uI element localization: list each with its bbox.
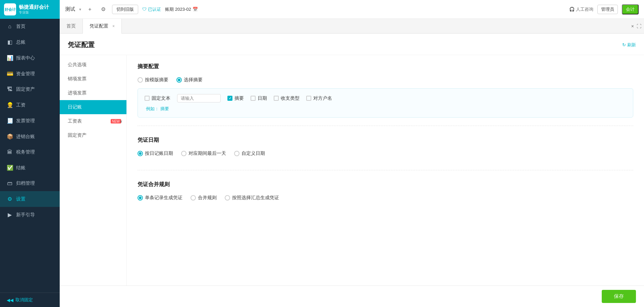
fixed-text-label: 固定文本 bbox=[152, 95, 170, 101]
checkbox-counterparty[interactable]: 对方户名 bbox=[306, 95, 332, 101]
date-checkbox bbox=[251, 96, 256, 101]
merge-radio-group: 单条记录生成凭证 合并规则 按照选择汇总生成凭证 bbox=[138, 195, 633, 201]
radio-merge-label: 合并规则 bbox=[198, 195, 217, 201]
sidebar-item-salary[interactable]: 👷 工资 bbox=[0, 97, 60, 113]
sidebar-item-ledger[interactable]: ◧ 总账 bbox=[0, 34, 60, 50]
radio-diary-date[interactable]: 按日记账日期 bbox=[138, 150, 173, 157]
radio-select-summary[interactable]: 选择摘要 bbox=[176, 77, 203, 83]
save-button[interactable]: 保存 bbox=[602, 290, 636, 303]
left-nav-payroll[interactable]: 工资表 NEW ∨ bbox=[60, 114, 126, 128]
dropdown-arrow-icon[interactable]: ▾ bbox=[79, 7, 81, 12]
left-nav-sales-invoice[interactable]: 销项发票 bbox=[60, 72, 126, 86]
checkbox-payment-type[interactable]: 收支类型 bbox=[274, 95, 300, 101]
page-title: 凭证配置 bbox=[68, 40, 95, 49]
summary-title: 摘要配置 bbox=[138, 63, 633, 70]
closing-icon: ✅ bbox=[7, 165, 13, 171]
checkbox-summary[interactable]: 摘要 bbox=[227, 95, 244, 101]
sidebar-nav: ⌂ 首页 ◧ 总账 📊 报表中心 💳 资金管理 🏗 固定资产 👷 工资 🧾 发票… bbox=[0, 19, 60, 293]
radio-aggregate[interactable]: 按照选择汇总生成凭证 bbox=[225, 195, 279, 201]
sidebar-item-guide[interactable]: ▶ 新手引导 bbox=[0, 207, 60, 223]
calendar-icon[interactable]: 📅 bbox=[193, 7, 198, 12]
sidebar-item-tax[interactable]: 🏛 税务管理 bbox=[0, 144, 60, 160]
consult-button[interactable]: 🎧 人工咨询 bbox=[569, 6, 593, 12]
radio-period-last-day[interactable]: 对应期间最后一天 bbox=[181, 150, 226, 157]
merge-section: 凭证合并规则 单条记录生成凭证 合并规则 按照选择汇总生成凭证 bbox=[138, 181, 633, 214]
reports-icon: 📊 bbox=[7, 55, 13, 61]
sidebar: 好会计 畅捷通好会计 专业版 ⌂ 首页 ◧ 总账 📊 报表中心 💳 资金管理 🏗… bbox=[0, 0, 60, 307]
radio-aggregate-label: 按照选择汇总生成凭证 bbox=[232, 195, 279, 201]
checkbox-fixed-text[interactable]: 固定文本 bbox=[145, 95, 170, 101]
radio-template-summary[interactable]: 按模版摘要 bbox=[138, 77, 168, 83]
sidebar-label-fund: 资金管理 bbox=[16, 71, 35, 77]
manager-button[interactable]: 管理员 bbox=[597, 5, 618, 14]
purchase-icon: 📦 bbox=[7, 133, 13, 140]
summary-config-box: 固定文本 摘要 日期 bbox=[138, 88, 633, 118]
maximize-button[interactable]: ⛶ bbox=[637, 24, 641, 29]
checkbox-date[interactable]: 日期 bbox=[251, 95, 267, 101]
sidebar-item-closing[interactable]: ✅ 结账 bbox=[0, 160, 60, 176]
radio-merge-rule[interactable]: 合并规则 bbox=[191, 195, 217, 201]
radio-template-circle bbox=[138, 77, 143, 83]
archive-icon: 🗃 bbox=[7, 180, 13, 186]
left-nav-sales-label: 销项发票 bbox=[68, 76, 87, 81]
sidebar-label-tax: 税务管理 bbox=[16, 149, 35, 155]
content-wrapper: 凭证配置 ↻ 刷新 公共选项 销项发票 进项发票 日记账 bbox=[60, 34, 644, 307]
left-nav-public-label: 公共选项 bbox=[68, 62, 87, 67]
sidebar-item-invoice[interactable]: 🧾 发票管理 bbox=[0, 113, 60, 129]
role-button[interactable]: 会计 bbox=[622, 4, 639, 14]
tax-icon: 🏛 bbox=[7, 149, 13, 155]
radio-custom-date-label: 自定义日期 bbox=[241, 150, 265, 157]
sidebar-item-reports[interactable]: 📊 报表中心 bbox=[0, 50, 60, 66]
sidebar-item-purchase[interactable]: 📦 进销台账 bbox=[0, 129, 60, 144]
refresh-icon: ↻ bbox=[622, 42, 626, 47]
sidebar-label-guide: 新手引导 bbox=[16, 212, 35, 218]
merge-title: 凭证合并规则 bbox=[138, 181, 633, 188]
tab-home[interactable]: 首页 bbox=[60, 19, 83, 34]
tab-close-icon[interactable]: × bbox=[112, 24, 115, 29]
add-button[interactable]: + bbox=[85, 5, 95, 14]
cancel-fixed-icon: ◀◀ bbox=[7, 298, 13, 303]
radio-period-last-label: 对应期间最后一天 bbox=[189, 150, 226, 157]
period-value: 2023-02 bbox=[175, 7, 191, 12]
close-window-button[interactable]: × bbox=[631, 24, 634, 29]
refresh-button[interactable]: ↻ 刷新 bbox=[622, 42, 636, 48]
fund-icon: 💳 bbox=[7, 71, 13, 77]
left-nav-public[interactable]: 公共选项 bbox=[60, 58, 126, 72]
cancel-fixed-btn[interactable]: ◀◀ 取消固定 bbox=[0, 293, 60, 307]
right-content: 摘要配置 按模版摘要 选择摘要 bbox=[127, 55, 644, 307]
topbar-settings-button[interactable]: ⚙ bbox=[99, 5, 108, 14]
left-nav-purchase-invoice[interactable]: 进项发票 bbox=[60, 86, 126, 100]
radio-select-circle bbox=[176, 77, 182, 83]
sidebar-item-settings[interactable]: ⚙ 设置 bbox=[0, 191, 60, 207]
radio-diary-date-label: 按日记账日期 bbox=[145, 150, 173, 157]
switch-old-version-button[interactable]: 切到旧版 bbox=[112, 5, 138, 14]
radio-diary-date-circle bbox=[138, 151, 143, 156]
sidebar-logo: 好会计 畅捷通好会计 专业版 bbox=[0, 0, 60, 19]
guide-icon: ▶ bbox=[7, 212, 13, 218]
sidebar-item-assets[interactable]: 🏗 固定资产 bbox=[0, 82, 60, 97]
fixed-text-input[interactable] bbox=[177, 94, 221, 102]
left-nav-diary[interactable]: 日记账 bbox=[60, 100, 126, 114]
left-nav-fixed-assets[interactable]: 固定资产 bbox=[60, 128, 126, 142]
tab-voucher-config[interactable]: 凭证配置 × bbox=[83, 19, 122, 34]
assets-icon: 🏗 bbox=[7, 86, 13, 92]
summary-checkbox-label: 摘要 bbox=[234, 95, 244, 101]
headset-icon: 🎧 bbox=[569, 7, 575, 12]
consult-label: 人工咨询 bbox=[576, 6, 593, 12]
summary-checkbox bbox=[227, 96, 232, 101]
verified-label: 已认证 bbox=[148, 6, 161, 12]
sidebar-item-home[interactable]: ⌂ 首页 bbox=[0, 19, 60, 34]
summary-radio-group: 按模版摘要 选择摘要 bbox=[138, 77, 633, 83]
radio-custom-date[interactable]: 自定义日期 bbox=[234, 150, 265, 157]
settings-icon: ⚙ bbox=[7, 196, 13, 202]
radio-single-record[interactable]: 单条记录生成凭证 bbox=[138, 195, 182, 201]
sidebar-item-fund[interactable]: 💳 资金管理 bbox=[0, 66, 60, 82]
bottom-bar: 保存 bbox=[60, 286, 644, 307]
date-title: 凭证日期 bbox=[138, 137, 633, 144]
sidebar-item-archive[interactable]: 🗃 归档管理 bbox=[0, 176, 60, 191]
sidebar-label-archive: 归档管理 bbox=[16, 180, 35, 186]
period-label: 账期 bbox=[165, 6, 174, 12]
sidebar-label-invoice: 发票管理 bbox=[16, 118, 35, 124]
sidebar-label-closing: 结账 bbox=[16, 165, 25, 171]
left-nav-fixed-label: 固定资产 bbox=[68, 132, 87, 138]
